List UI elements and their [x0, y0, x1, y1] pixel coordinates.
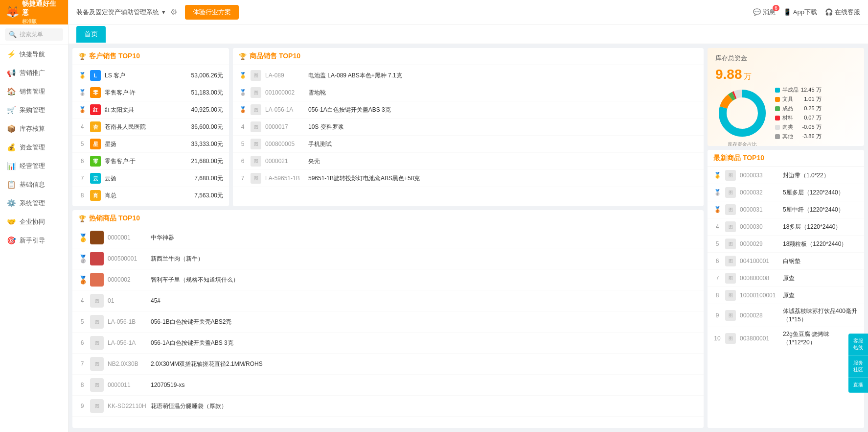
sidebar-item-5[interactable]: 📦库存核算: [0, 120, 68, 138]
avatar: 肖: [90, 190, 101, 201]
product-name: 5厘多层（1220*2440）: [783, 189, 858, 197]
legend-name: 肉类: [782, 123, 799, 131]
sidebar-item-7[interactable]: 📊经营管理: [0, 157, 68, 175]
product-name: 体诚荔枝味苏打饮品400毫升（1*15）: [783, 307, 858, 324]
table-row: 🥉 图 LA-056-1A 056-1A白色按键开关盖ABS 3克: [233, 101, 704, 119]
cs-float-item[interactable]: 服务社区: [848, 356, 868, 378]
legend-color: [775, 125, 780, 130]
rank-num: 5: [78, 141, 86, 147]
product-image: 图: [725, 204, 736, 215]
product-code: 0000021: [265, 158, 304, 165]
nav-label-11: 新手引导: [20, 236, 45, 245]
avatar: 星: [90, 139, 101, 149]
product-ranking-list: 🥇 图 LA-089 电池盖 LA-089 ABS本色+黑种 7.1克🥈 图 0…: [233, 65, 704, 189]
customer-value: 40,925.00元: [191, 106, 223, 114]
sidebar-item-8[interactable]: 📋基础信息: [0, 175, 68, 194]
legend-color: [775, 134, 780, 139]
sidebar-item-4[interactable]: 🛒采购管理: [0, 101, 68, 120]
product-name: 22g鱼豆腐·烧烤味（1*12*20）: [783, 330, 858, 347]
product-code: 0000001: [108, 234, 147, 241]
product-code: KK-SD22110H: [108, 403, 147, 409]
sidebar-item-6[interactable]: 💰资金管理: [0, 138, 68, 157]
legend-item: 文具 1.01 万: [775, 96, 822, 103]
main-wrap: 装备及固定资产辅助管理系统 ▾ ⚙ 体验行业方案 💬 消息 6 📱 App下载 …: [69, 0, 868, 432]
sidebar-item-11[interactable]: 🎯新手引导: [0, 231, 68, 250]
medal-icon: 🥇: [78, 233, 86, 242]
sidebar: 🦊 畅捷通好生意 标准版 🔍 搜索菜单 ⚡快捷导航📢营销推广🏠销售管理🛒采购管理…: [0, 0, 69, 432]
rank-num: 7: [713, 275, 721, 282]
online-service-button[interactable]: 🎧 在线客服: [825, 8, 860, 17]
system-selector[interactable]: 装备及固定资产辅助管理系统 ▾: [76, 8, 165, 17]
legend-name: 成品: [782, 105, 801, 112]
customer-ranking-list: 🥇 L LS 客户 53,006.26元🥈 零 零售客户·许 51,183.00…: [72, 65, 229, 206]
sidebar-item-9[interactable]: ⚙️系统管理: [0, 194, 68, 213]
nav-icon-5: 📦: [7, 124, 16, 133]
legend-color: [775, 106, 780, 111]
product-image: 图: [725, 310, 736, 321]
product-name: 手机测试: [308, 140, 698, 148]
cs-float-item[interactable]: 客服热线: [848, 334, 868, 356]
sidebar-item-10[interactable]: 🤝企业协同: [0, 213, 68, 231]
product-thumbnail: [90, 252, 104, 265]
product-code: 0000002: [108, 276, 147, 283]
list-item: 🥉 0000002 智利车子里（规格不知道填什么）: [72, 269, 704, 290]
app-logo: 🦊 畅捷通好生意 标准版: [0, 0, 68, 24]
nav-icon-11: 🎯: [7, 236, 16, 245]
list-item: 🥇 0000001 中华神器: [72, 227, 704, 248]
trial-button[interactable]: 体验行业方案: [185, 5, 239, 20]
sidebar-search[interactable]: 🔍 搜索菜单: [0, 24, 68, 45]
customer-name: 零售客户·许: [105, 89, 187, 97]
hot-icon: 🏆: [78, 215, 86, 222]
product-name: 原查: [783, 291, 858, 300]
legend-value: -3.86 万: [802, 133, 821, 140]
product-name: 5厘中纤（1220*2440）: [783, 206, 858, 214]
product-image: 图: [725, 170, 736, 181]
nav-label-4: 采购管理: [20, 106, 45, 115]
sidebar-item-2[interactable]: 📢营销推广: [0, 64, 68, 82]
product-code: 0000033: [740, 172, 779, 179]
product-code: 0000032: [740, 189, 779, 196]
product-code: 0000031: [740, 206, 779, 213]
headset-icon: 🎧: [825, 8, 833, 16]
settings-icon[interactable]: ⚙: [170, 7, 177, 17]
medal-icon: 🥈: [713, 189, 721, 196]
trophy2-icon: 🏆: [239, 53, 247, 60]
cs-float-item[interactable]: 直播: [848, 378, 868, 393]
top-row: 🏆 客户销售 TOP10 🥇 L LS 客户 53,006.26元🥈 零 零售客…: [72, 48, 704, 206]
message-button[interactable]: 💬 消息 6: [753, 8, 776, 17]
product-image: 图: [251, 104, 261, 115]
table-row: 4 杏 苍南县人民医院 36,600.00元: [72, 119, 229, 136]
rank-num: 6: [239, 158, 247, 165]
app-download-button[interactable]: 📱 App下载: [783, 8, 817, 17]
list-item: 4 图 0000030 18多层（1220*2440）: [708, 218, 864, 236]
rank-num: 8: [713, 292, 721, 299]
product-image: 图: [251, 173, 261, 184]
app-name: 畅捷通好生意: [22, 0, 62, 17]
product-name: 新西兰牛肉（新牛）: [151, 255, 698, 263]
medal-icon: 🥉: [78, 275, 86, 285]
list-item: 5 图 0000029 18颗粒板（1220*2440）: [708, 236, 864, 253]
product-ranking-title: 商品销售 TOP10: [250, 52, 300, 61]
customer-name: 苍南县人民医院: [105, 123, 187, 131]
phone-icon: 📱: [783, 8, 791, 16]
avatar: 杏: [90, 121, 101, 132]
legend-color: [775, 116, 780, 120]
legend-name: 半成品: [782, 86, 799, 94]
table-row: 5 星 星扬 33,333.00元: [72, 136, 229, 153]
nav-icon-7: 📊: [7, 162, 16, 170]
sidebar-item-1[interactable]: ⚡快捷导航: [0, 45, 68, 64]
trophy-icon: 🏆: [78, 53, 86, 60]
customer-value: 33,333.00元: [191, 140, 223, 148]
app-sub: 标准版: [22, 18, 62, 25]
product-name: 中华神器: [151, 234, 698, 242]
product-name: 10S 变料罗浆: [308, 123, 698, 131]
legend-color: [775, 88, 780, 93]
sidebar-item-3[interactable]: 🏠销售管理: [0, 82, 68, 101]
product-code: 01: [108, 297, 147, 304]
inventory-label: 库存总资金: [715, 54, 747, 63]
nav-icon-6: 💰: [7, 143, 16, 152]
home-tab[interactable]: 首页: [76, 26, 106, 43]
customer-value: 36,600.00元: [191, 123, 223, 131]
product-code: 0000017: [265, 123, 304, 130]
rank-num: 10: [713, 335, 721, 342]
